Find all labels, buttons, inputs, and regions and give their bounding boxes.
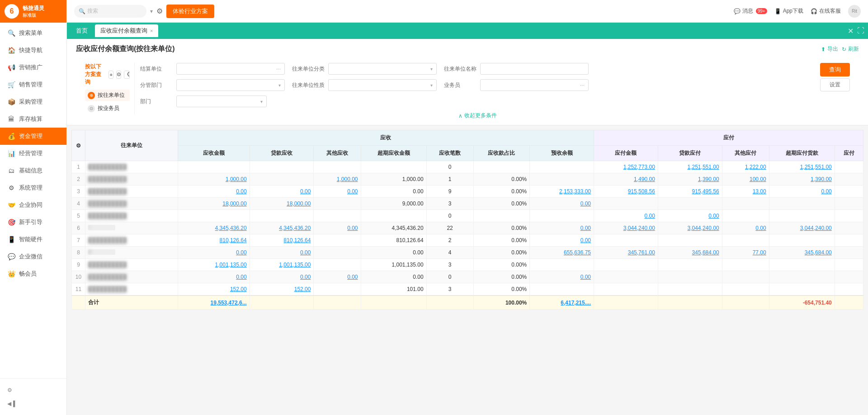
topbar-service[interactable]: 🎧 在线客服	[811, 7, 841, 15]
topbar-messages[interactable]: 💬 消息 99+	[734, 7, 767, 15]
sidebar-item-search[interactable]: 🔍 搜索菜单	[0, 24, 66, 42]
topbar-search-box[interactable]: 🔍 搜索	[74, 5, 146, 18]
table-cell[interactable]: 18,000.00	[250, 198, 314, 210]
table-cell[interactable]: 655,636.75	[530, 247, 594, 259]
sidebar-item-inventory[interactable]: 🏛 库存核算	[0, 110, 66, 128]
dept-manager-select[interactable]: ▾	[176, 79, 285, 91]
table-cell[interactable]: 0.00	[722, 222, 769, 234]
sidebar-item-operations[interactable]: 📊 经营管理	[0, 145, 66, 162]
table-cell[interactable]: 152.00	[250, 283, 314, 296]
table-cell[interactable]: 0.00	[658, 210, 722, 222]
topbar-app-download[interactable]: 📱 App下载	[774, 7, 803, 15]
user-menu[interactable]: Rit	[848, 5, 861, 18]
tab-maximize-icon[interactable]: ⛶	[857, 27, 864, 35]
table-cell[interactable]: 0.00	[314, 222, 361, 234]
table-cell[interactable]: 4,345,436.20	[250, 222, 314, 234]
total-ar-prepay[interactable]: 6,417,215....	[530, 296, 594, 310]
table-cell[interactable]: 1,490.00	[594, 173, 658, 186]
table-cell[interactable]: 0.00	[178, 247, 250, 259]
query-button[interactable]: 查询	[820, 63, 850, 76]
collapse-more-btn[interactable]: ∧ 收起更多条件	[140, 112, 815, 119]
table-cell[interactable]: 0.00	[530, 222, 594, 234]
table-cell[interactable]: 345,761.00	[594, 247, 658, 259]
sidebar-item-sales[interactable]: 🛒 销售管理	[0, 76, 66, 93]
partner-name-input[interactable]	[480, 63, 589, 75]
table-cell[interactable]: 152.00	[178, 283, 250, 296]
salesperson-input[interactable]: ···	[480, 79, 589, 91]
sidebar-item-guide[interactable]: 🎯 新手引导	[0, 214, 66, 231]
table-cell[interactable]: 0.00	[314, 186, 361, 198]
dept-select[interactable]: ▾	[176, 95, 267, 107]
settings-button[interactable]: 设置	[820, 78, 850, 91]
table-cell[interactable]: 810,126.64	[250, 234, 314, 247]
edit-scheme-icon[interactable]: ⊙	[116, 71, 121, 79]
sidebar-item-purchase[interactable]: 📦 采购管理	[0, 93, 66, 110]
sidebar-item-wechat[interactable]: 💬 企业微信	[0, 248, 66, 265]
tab-home[interactable]: 首页	[71, 24, 93, 37]
table-cell[interactable]: 0.00	[769, 186, 835, 198]
partner-category-select[interactable]: ▾	[328, 63, 437, 75]
table-cell[interactable]: 1,001,135.00	[250, 259, 314, 271]
refresh-button[interactable]: ↻ 刷新	[842, 45, 859, 53]
table-cell[interactable]: 1,001,135.00	[178, 259, 250, 271]
sidebar-item-marketing[interactable]: 📢 营销推广	[0, 59, 66, 76]
table-cell[interactable]: 1,222.00	[722, 161, 769, 173]
table-cell[interactable]: 77.00	[722, 247, 769, 259]
table-cell[interactable]: 2,153,333.00	[530, 186, 594, 198]
table-cell[interactable]: 100.00	[722, 173, 769, 186]
table-cell[interactable]: 345,684.00	[769, 247, 835, 259]
table-cell[interactable]: 18,000.00	[178, 198, 250, 210]
sidebar-item-quicknav[interactable]: 🏠 快捷导航	[0, 42, 66, 59]
topbar-settings-icon[interactable]: ⚙	[156, 7, 163, 15]
partner-nature-select[interactable]: ▾	[328, 79, 437, 91]
table-cell[interactable]: 1,000.00	[178, 173, 250, 186]
table-cell[interactable]: 1,251,551.00	[769, 161, 835, 173]
table-cell[interactable]: 1,252,773.00	[594, 161, 658, 173]
table-cell[interactable]: 1,000.00	[314, 173, 361, 186]
table-cell[interactable]: 0.00	[530, 271, 594, 283]
table-cell[interactable]: 0.00	[178, 186, 250, 198]
sidebar-item-collab[interactable]: 🤝 企业协同	[0, 196, 66, 214]
table-cell[interactable]: 0.00	[530, 234, 594, 247]
table-cell[interactable]: 0.00	[314, 271, 361, 283]
sidebar-settings-btn[interactable]: ⚙	[0, 383, 66, 397]
table-cell[interactable]: 3,044,240.00	[769, 222, 835, 234]
table-settings-header[interactable]: ⚙	[72, 130, 85, 161]
sidebar-item-hardware[interactable]: 📱 智能硬件	[0, 231, 66, 248]
sidebar-item-system[interactable]: ⚙ 系统管理	[0, 179, 66, 196]
table-cell[interactable]: 0.00	[178, 271, 250, 283]
table-cell[interactable]: 1,390.00	[769, 173, 835, 186]
topbar-dropdown-arrow[interactable]: ▾	[150, 8, 153, 14]
table-cell[interactable]: 0.00	[250, 271, 314, 283]
table-cell[interactable]: 13.00	[722, 186, 769, 198]
settlement-unit-input[interactable]: ···	[176, 63, 285, 75]
add-scheme-icon[interactable]: +	[108, 71, 113, 79]
table-cell[interactable]: 0.00	[250, 247, 314, 259]
sidebar-item-basics[interactable]: 🗂 基础信息	[0, 162, 66, 179]
table-cell[interactable]: 3,044,240.00	[594, 222, 658, 234]
solution-button[interactable]: 体验行业方案	[166, 5, 214, 18]
table-cell[interactable]: 4,345,436.20	[178, 222, 250, 234]
tab-close-window-icon[interactable]: ✕	[848, 27, 854, 35]
table-cell[interactable]: 0.00	[594, 210, 658, 222]
collapse-scheme-icon[interactable]: 《	[124, 71, 130, 79]
table-cell[interactable]: 810,126.64	[178, 234, 250, 247]
sidebar-item-finance[interactable]: 💰 资金管理	[0, 128, 66, 145]
sidebar-item-vip[interactable]: 👑 畅会员	[0, 265, 66, 282]
table-cell[interactable]: 1,251,551.00	[658, 161, 722, 173]
scheme-item-partner[interactable]: ⊕ 按往来单位	[85, 90, 130, 101]
table-cell[interactable]: 345,684.00	[658, 247, 722, 259]
table-cell[interactable]: 3,044,240.00	[658, 222, 722, 234]
table-cell[interactable]: 0.00	[530, 198, 594, 210]
table-settings-icon[interactable]: ⚙	[76, 143, 81, 149]
export-button[interactable]: ⬆ 导出	[821, 45, 838, 53]
table-cell[interactable]: 0.00	[250, 186, 314, 198]
table-cell[interactable]: 915,495.56	[658, 186, 722, 198]
total-ar-amount[interactable]: 19,553,472,6...	[178, 296, 250, 310]
scheme-item-salesperson[interactable]: ⊙ 按业务员	[85, 103, 130, 114]
tab-arbalance[interactable]: 应收应付余额查询 ×	[95, 24, 158, 37]
table-cell[interactable]: 915,508.56	[594, 186, 658, 198]
sidebar-collapse-btn[interactable]: ◀▐	[0, 397, 66, 410]
table-cell[interactable]: 1,390.00	[658, 173, 722, 186]
tab-close-icon[interactable]: ×	[150, 28, 153, 33]
